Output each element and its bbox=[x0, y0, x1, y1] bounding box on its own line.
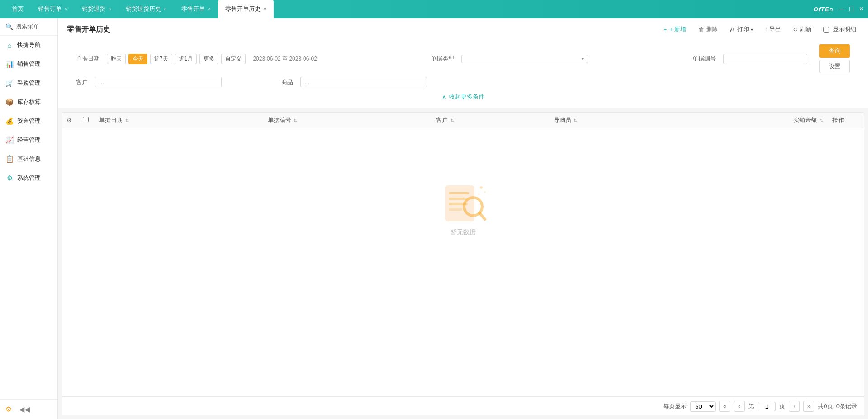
data-table-wrapper: ⚙ 单据日期 ⇅ 单据编号 ⇅ bbox=[62, 112, 864, 397]
date-btn-yesterday[interactable]: 昨天 bbox=[107, 54, 126, 64]
new-button[interactable]: + + 新增 bbox=[661, 24, 689, 35]
th-settings: ⚙ bbox=[62, 113, 78, 128]
tab-retail-open[interactable]: 零售开单 × bbox=[174, 0, 218, 18]
date-filter-btns: 昨天 今天 近7天 近1月 更多 自定义 bbox=[107, 54, 246, 64]
top-bar: 首页 销售订单 × 销货退货 × 销货退货历史 × 零售开单 × 零售开单历史 … bbox=[0, 0, 868, 18]
brand-label: OfTEn bbox=[814, 6, 834, 13]
filter-row-2: 客户 ... 商品 ... bbox=[76, 77, 850, 87]
svg-rect-1 bbox=[449, 192, 469, 194]
filter-row-1: 单据日期 昨天 今天 近7天 近1月 更多 自定义 2023-06-02 至 2… bbox=[76, 44, 850, 73]
sidebar-item-finance[interactable]: 💰 资金管理 bbox=[0, 112, 57, 131]
page-label-post: 页 bbox=[779, 402, 785, 410]
tab-sales-return-close[interactable]: × bbox=[108, 6, 111, 12]
last-page-btn[interactable]: » bbox=[803, 401, 814, 412]
th-ops: 操作 bbox=[828, 113, 864, 128]
export-button[interactable]: ↑ 导出 bbox=[762, 24, 784, 35]
tab-retail-history-close[interactable]: × bbox=[263, 6, 266, 12]
sidebar: 🔍 搜索采单 ⌂ 快捷导航 📊 销售管理 🛒 采购管理 📦 库存核算 💰 资金管… bbox=[0, 18, 58, 419]
close-window-btn[interactable]: × bbox=[859, 5, 863, 13]
settings-button[interactable]: 设置 bbox=[819, 60, 850, 73]
empty-text: 暂无数据 bbox=[451, 228, 476, 236]
refresh-icon: ↻ bbox=[793, 26, 798, 33]
search-icon: 🔍 bbox=[5, 23, 13, 30]
th-docno: 单据编号 ⇅ bbox=[263, 113, 432, 128]
tab-retail-open-close[interactable]: × bbox=[208, 6, 211, 12]
display-detail-button[interactable]: 显示明细 bbox=[821, 24, 859, 35]
doc-type-chevron-icon: ▾ bbox=[582, 56, 584, 61]
basic-info-icon: 📋 bbox=[5, 155, 14, 163]
next-page-btn[interactable]: › bbox=[789, 401, 800, 412]
print-chevron-icon: ▾ bbox=[751, 27, 753, 32]
customer-select[interactable]: ... bbox=[95, 77, 222, 87]
empty-illustration bbox=[436, 179, 490, 228]
select-all-checkbox[interactable] bbox=[83, 117, 89, 122]
export-icon: ↑ bbox=[765, 26, 768, 33]
toolbar: + + 新增 🗑 删除 🖨 打印 ▾ ↑ 导出 bbox=[661, 24, 859, 35]
product-select[interactable]: ... bbox=[300, 77, 427, 87]
sidebar-item-system[interactable]: ⚙ 系统管理 bbox=[0, 169, 57, 188]
sort-guide-icon: ⇅ bbox=[574, 118, 577, 123]
pagination-bar: 每页显示 20 50 100 « ‹ 第 页 › » 共0页, 0条记录 bbox=[62, 397, 864, 415]
sort-docno-icon: ⇅ bbox=[294, 118, 297, 123]
sidebar-item-sales[interactable]: 📊 销售管理 bbox=[0, 55, 57, 74]
display-detail-checkbox[interactable] bbox=[823, 27, 829, 33]
query-button[interactable]: 查询 bbox=[819, 44, 850, 58]
sales-icon: 📊 bbox=[5, 60, 14, 68]
settings-gear-icon[interactable]: ⚙ bbox=[5, 405, 12, 414]
doc-no-input[interactable] bbox=[723, 54, 807, 64]
collapse-icon: ∧ bbox=[442, 94, 446, 100]
th-customer: 客户 ⇅ bbox=[432, 113, 549, 128]
customer-filter-label: 客户 bbox=[76, 78, 88, 86]
tab-sales-return-history-close[interactable]: × bbox=[164, 6, 167, 12]
doc-no-label: 单据编号 bbox=[693, 55, 716, 63]
tab-sales-order-close[interactable]: × bbox=[64, 6, 67, 12]
system-icon: ⚙ bbox=[5, 174, 14, 182]
delete-button[interactable]: 🗑 删除 bbox=[696, 24, 721, 35]
date-btn-custom[interactable]: 自定义 bbox=[221, 54, 246, 64]
page-size-select[interactable]: 20 50 100 bbox=[690, 401, 716, 412]
date-range-text: 2023-06-02 至 2023-06-02 bbox=[253, 55, 317, 63]
first-page-btn[interactable]: « bbox=[719, 401, 730, 412]
sort-date-icon: ⇅ bbox=[125, 118, 129, 123]
delete-icon: 🗑 bbox=[698, 26, 704, 33]
sidebar-search[interactable]: 🔍 搜索采单 bbox=[0, 18, 57, 36]
sidebar-collapse-icon[interactable]: ◀◀ bbox=[19, 405, 30, 414]
svg-rect-4 bbox=[449, 208, 462, 211]
page-number-input[interactable] bbox=[758, 402, 776, 411]
maximize-btn[interactable]: □ bbox=[849, 5, 854, 13]
tab-sales-order[interactable]: 销售订单 × bbox=[31, 0, 75, 18]
new-icon: + bbox=[664, 26, 667, 33]
page-title: 零售开单历史 bbox=[67, 25, 110, 34]
data-table: ⚙ 单据日期 ⇅ 单据编号 ⇅ bbox=[62, 113, 864, 128]
total-label: 共0页, 0条记录 bbox=[818, 402, 857, 410]
prev-page-btn[interactable]: ‹ bbox=[734, 401, 745, 412]
tab-sales-return[interactable]: 销货退货 × bbox=[75, 0, 119, 18]
print-button[interactable]: 🖨 打印 ▾ bbox=[727, 24, 756, 35]
svg-rect-2 bbox=[449, 198, 466, 200]
home-icon: ⌂ bbox=[5, 42, 14, 49]
refresh-button[interactable]: ↻ 刷新 bbox=[790, 24, 814, 35]
sidebar-item-operations[interactable]: 📈 经营管理 bbox=[0, 131, 57, 150]
sidebar-item-purchase[interactable]: 🛒 采购管理 bbox=[0, 74, 57, 93]
content-area: 零售开单历史 + + 新增 🗑 删除 🖨 打印 ▾ bbox=[58, 18, 868, 419]
th-checkbox bbox=[78, 113, 95, 128]
date-btn-7days[interactable]: 近7天 bbox=[150, 54, 172, 64]
svg-point-8 bbox=[484, 191, 486, 193]
collapse-filter-btn[interactable]: ∧ 收起更多条件 bbox=[76, 91, 850, 103]
tab-retail-history[interactable]: 零售开单历史 × bbox=[218, 0, 274, 18]
date-btn-today[interactable]: 今天 bbox=[128, 54, 147, 64]
date-btn-more[interactable]: 更多 bbox=[199, 54, 218, 64]
date-btn-1month[interactable]: 近1月 bbox=[175, 54, 197, 64]
sidebar-item-inventory[interactable]: 📦 库存核算 bbox=[0, 93, 57, 112]
page-label-pre: 第 bbox=[748, 402, 754, 410]
minimize-btn[interactable]: ─ bbox=[839, 5, 844, 13]
doc-type-select[interactable]: ▾ bbox=[461, 55, 588, 63]
tab-sales-return-history[interactable]: 销货退货历史 × bbox=[119, 0, 174, 18]
sidebar-item-quick-nav[interactable]: ⌂ 快捷导航 bbox=[0, 36, 57, 55]
filter-area: 单据日期 昨天 今天 近7天 近1月 更多 自定义 2023-06-02 至 2… bbox=[67, 40, 859, 108]
table-settings-icon[interactable]: ⚙ bbox=[66, 117, 72, 124]
sidebar-item-basic-info[interactable]: 📋 基础信息 bbox=[0, 150, 57, 169]
date-filter-label: 单据日期 bbox=[76, 55, 100, 63]
tab-home[interactable]: 首页 bbox=[5, 0, 31, 18]
inventory-icon: 📦 bbox=[5, 98, 14, 106]
